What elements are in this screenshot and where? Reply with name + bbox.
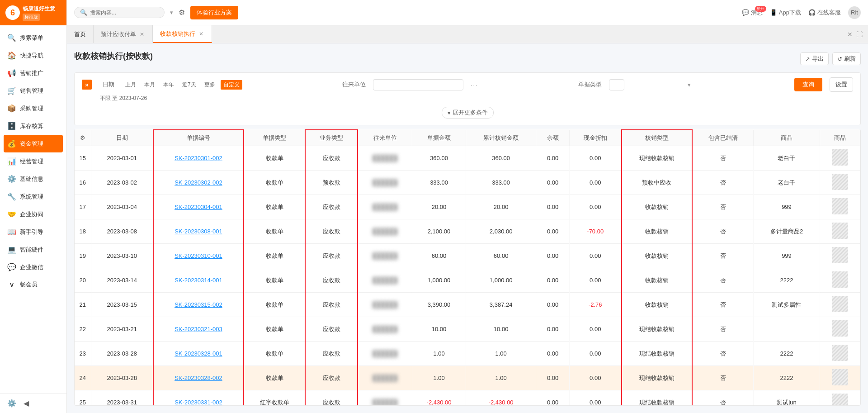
topbar-chevron-icon[interactable]: ▾ — [170, 9, 173, 16]
counterpart-input[interactable] — [373, 79, 463, 90]
tab-writeoff[interactable]: 收款核销执行 ✕ — [153, 25, 212, 43]
td-doc-type: 收款单 — [244, 244, 305, 268]
td-amount: 1,000.00 — [412, 268, 466, 293]
td-doc-no: SK-20230302-002 — [153, 171, 244, 195]
doc-no-link[interactable]: SK-20230310-001 — [175, 252, 222, 259]
sidebar-item-basic[interactable]: ⚙️ 基础信息 — [0, 170, 66, 188]
th-settings[interactable]: ⚙ — [75, 130, 91, 146]
solution-button[interactable]: 体验行业方案 — [190, 6, 238, 19]
date-btn-this-month[interactable]: 本月 — [142, 80, 158, 90]
th-included: 包含已结清 — [692, 130, 754, 146]
doc-no-link[interactable]: SK-20230314-001 — [175, 277, 222, 284]
tab-writeoff-close[interactable]: ✕ — [198, 30, 204, 38]
sidebar-item-ops[interactable]: 📊 经营管理 — [0, 152, 66, 170]
sidebar-item-hardware[interactable]: 💻 智能硬件 — [0, 241, 66, 258]
settings-button[interactable]: 设置 — [830, 77, 853, 92]
sidebar-item-guide[interactable]: 📖 新手引导 — [0, 223, 66, 241]
topbar-search-input[interactable] — [90, 9, 144, 16]
td-counterpart: ██████ — [358, 390, 412, 406]
sidebar-item-member[interactable]: V 畅会员 — [0, 276, 66, 293]
td-balance: 0.00 — [536, 268, 570, 293]
sidebar-item-corp[interactable]: 🤝 企业协同 — [0, 205, 66, 223]
table-header-row: ⚙ 日期 单据编号 单据类型 业务类型 往来单位 单据金额 累计核销金额 余额 … — [75, 130, 860, 146]
tab-close-all-icon[interactable]: ✕ — [847, 31, 853, 38]
td-amount: 1.00 — [412, 366, 466, 390]
date-btn-more[interactable]: 更多 — [202, 80, 218, 90]
date-btn-this-year[interactable]: 本年 — [160, 80, 177, 90]
td-date: 2023-03-15 — [91, 293, 153, 317]
counterpart-more-icon[interactable]: ··· — [471, 81, 478, 88]
td-biz-type: 应收款 — [305, 390, 358, 406]
td-included: 否 — [692, 146, 754, 171]
doc-no-link[interactable]: SK-20230304-001 — [175, 204, 222, 210]
notification-btn[interactable]: 💬 消息 99+ — [742, 9, 763, 17]
topbar-gear-icon[interactable]: ⚙ — [179, 8, 185, 17]
tab-pending-close[interactable]: ✕ — [139, 30, 145, 38]
query-button[interactable]: 查询 — [794, 78, 822, 91]
expand-more-button[interactable]: ▾ 展开更多条件 — [442, 107, 494, 119]
table-row: 162023-03-02SK-20230302-002收款单预收款██████3… — [75, 171, 860, 195]
doc-type-select[interactable] — [609, 79, 624, 90]
td-included: 否 — [692, 293, 754, 317]
td-cash-disc: 0.00 — [569, 268, 621, 293]
settings-icon[interactable]: ⚙️ — [7, 399, 16, 408]
doc-no-link[interactable]: SK-20230328-002 — [175, 375, 222, 381]
doc-no-link[interactable]: SK-20230321-003 — [175, 326, 222, 332]
sidebar: 6 畅康道好生意 标推版 🔍 搜索菜单 🏠 快捷导航 📢 营销推广 🛒 销售管理… — [0, 0, 67, 413]
sidebar-item-marketing[interactable]: 📢 营销推广 — [0, 64, 66, 82]
doc-no-link[interactable]: SK-20230301-002 — [175, 155, 222, 161]
td-cash-disc: -2.76 — [569, 293, 621, 317]
td-product2 — [820, 146, 860, 171]
td-doc-type: 收款单 — [244, 317, 305, 342]
td-product2 — [820, 171, 860, 195]
wechat-icon: 💬 — [7, 263, 16, 271]
page-title: 收款核销执行(按收款) — [74, 51, 153, 62]
user-avatar[interactable]: Rit — [848, 6, 861, 19]
member-icon: V — [7, 281, 16, 288]
tab-maximize-icon[interactable]: ⛶ — [856, 31, 863, 38]
td-cash-disc: -70.00 — [569, 219, 621, 244]
td-doc-no: SK-20230321-003 — [153, 317, 244, 342]
doc-type-select-wrap — [609, 79, 694, 90]
filter-expand-icon[interactable]: » — [82, 80, 92, 90]
td-biz-type: 应收款 — [305, 342, 358, 366]
doc-no-link[interactable]: SK-20230308-001 — [175, 228, 222, 235]
td-balance: 0.00 — [536, 146, 570, 171]
sidebar-item-system[interactable]: 🔧 系统管理 — [0, 188, 66, 205]
doc-no-link[interactable]: SK-20230315-002 — [175, 301, 222, 308]
td-doc-type: 收款单 — [244, 293, 305, 317]
system-icon: 🔧 — [7, 192, 16, 201]
tabbar-actions: ✕ ⛶ — [842, 25, 868, 43]
td-write-type: 现结收款核销 — [622, 366, 693, 390]
sidebar-item-finance[interactable]: 💰 资金管理 — [4, 135, 63, 152]
collapse-icon[interactable]: ◀ — [24, 399, 29, 408]
td-write-type: 预收中应收 — [622, 171, 693, 195]
date-btn-last-month[interactable]: 上月 — [123, 80, 139, 90]
sidebar-item-sales[interactable]: 🛒 销售管理 — [0, 82, 66, 100]
sidebar-item-purchase[interactable]: 📦 采购管理 — [0, 100, 66, 117]
doc-no-link[interactable]: SK-20230302-002 — [175, 179, 222, 186]
date-btn-7days[interactable]: 近7天 — [179, 80, 199, 90]
td-date: 2023-03-21 — [91, 317, 153, 342]
tab-home[interactable]: 首页 — [67, 25, 94, 43]
refresh-button[interactable]: ↺ 刷新 — [832, 52, 861, 65]
sidebar-item-search[interactable]: 🔍 搜索菜单 — [0, 29, 66, 47]
data-table: ⚙ 日期 单据编号 单据类型 业务类型 往来单位 单据金额 累计核销金额 余额 … — [75, 129, 860, 406]
sidebar-item-quick[interactable]: 🏠 快捷导航 — [0, 47, 66, 64]
td-biz-type: 应收款 — [305, 293, 358, 317]
td-written-off: 1,000.00 — [466, 268, 536, 293]
support-btn[interactable]: 🎧 在线客服 — [808, 9, 841, 17]
finance-icon: 💰 — [7, 139, 16, 148]
doc-no-link[interactable]: SK-20230331-002 — [175, 399, 222, 406]
export-button[interactable]: ↗ 导出 — [800, 52, 829, 65]
td-date: 2023-03-28 — [91, 366, 153, 390]
sidebar-item-inventory[interactable]: 🗄️ 库存核算 — [0, 117, 66, 135]
th-amount: 单据金额 — [412, 130, 466, 146]
sidebar-item-wechat[interactable]: 💬 企业微信 — [0, 258, 66, 276]
doc-no-link[interactable]: SK-20230328-001 — [175, 350, 222, 357]
td-product1 — [754, 317, 820, 342]
topbar-search-box[interactable]: 🔍 — [74, 7, 165, 18]
app-download-btn[interactable]: 📱 App下载 — [770, 9, 801, 17]
tab-pending[interactable]: 预计应收付单 ✕ — [94, 25, 153, 43]
date-custom-button[interactable]: 自定义 — [221, 80, 242, 90]
